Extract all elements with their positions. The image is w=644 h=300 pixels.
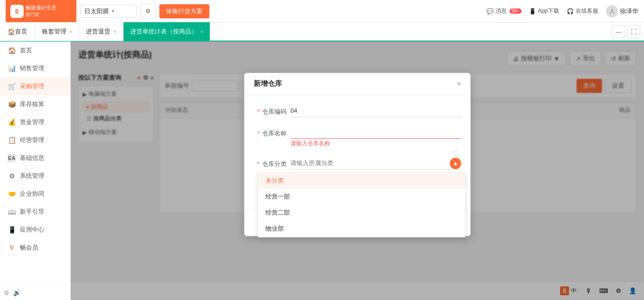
inventory-icon: 📦	[8, 100, 16, 108]
message-group[interactable]: 💬 消息 99+	[487, 7, 521, 15]
tab-purchase-stats-label: 进货单统计表（按商品）	[130, 27, 198, 36]
dropdown-option-dept2[interactable]: 经营二部	[258, 205, 465, 221]
sidebar-operations-label: 经营管理	[20, 136, 44, 144]
avatar: 人	[606, 5, 618, 17]
top-bar: 6 畅捷通好生意 捷巧版 日太阳膜 ▼ ⚙ 体验行业方案 💬 消息 99+ 📱 …	[0, 0, 644, 23]
modal-body: * 仓库编码 * 仓库名称 请输入仓库名称	[244, 95, 471, 210]
app-download-label: App下载	[538, 7, 559, 15]
dropdown-option-dept1[interactable]: 经营一部	[258, 189, 465, 205]
modal-header: 新增仓库 ×	[244, 73, 471, 95]
logo-title: 畅捷通好生意	[25, 4, 57, 11]
gear-button[interactable]: ⚙	[140, 4, 156, 19]
new-warehouse-modal: 新增仓库 × * 仓库编码 *	[244, 73, 471, 236]
purchase-icon: 🛒	[8, 82, 16, 91]
tab-home[interactable]: 🏠 首页	[0, 22, 35, 41]
sidebar-home-label: 首页	[20, 46, 32, 55]
vip-icon: V	[8, 243, 16, 252]
sidebar-item-vip[interactable]: V 畅会员	[0, 239, 70, 257]
sidebar-vip-label: 畅会员	[20, 243, 38, 252]
dropdown-option-property[interactable]: 物业部	[258, 221, 465, 237]
trial-button[interactable]: 体验行业方案	[159, 4, 209, 18]
tab-purchase-stats[interactable]: 进货单统计表（按商品） ×	[124, 22, 210, 41]
home-icon: 🏠	[8, 46, 16, 55]
top-bar-right: 💬 消息 99+ 📱 App下载 🎧 在线客服 人 徐泽华	[487, 5, 638, 17]
message-label: 消息	[495, 7, 507, 15]
store-name: 日太阳膜	[84, 7, 109, 16]
sidebar-item-purchase[interactable]: 🛒 采购管理	[0, 77, 70, 95]
category-label: * 仓库分类	[254, 157, 287, 168]
sidebar-purchase-label: 采购管理	[20, 82, 44, 91]
username: 徐泽华	[620, 7, 638, 16]
dropdown-option-unclassified[interactable]: 未分类	[258, 173, 465, 189]
sidebar-cooperation-label: 企业协同	[20, 190, 44, 198]
modal-title: 新增仓库	[254, 79, 282, 88]
guide-icon: 📖	[8, 208, 16, 216]
tab-accounts[interactable]: 账套管理 ×	[35, 22, 79, 41]
sidebar-bottom: ⚙ 🔊	[0, 285, 70, 300]
warehouse-name-input[interactable]	[290, 126, 461, 139]
sidebar-item-inventory[interactable]: 📦 库存核算	[0, 95, 70, 113]
logo-area: 6 畅捷通好生意 捷巧版	[6, 0, 76, 23]
sidebar-system-label: 系统管理	[20, 172, 44, 180]
online-service-group[interactable]: 🎧 在线客服	[567, 7, 598, 15]
sidebar-item-finance[interactable]: 💰 资金管理	[0, 113, 70, 131]
content-area: 进货单统计(按商品) 🖨 按模板打印 ▼ ↗ 导出 ↺	[71, 42, 644, 300]
form-row-name: * 仓库名称 请输入仓库名称	[254, 126, 461, 148]
code-label: * 仓库编码	[254, 105, 287, 116]
tab-purchase-return-close[interactable]: ×	[113, 29, 116, 34]
sidebar-app-label: 应用中心	[20, 225, 44, 234]
basic-info-icon: EA	[8, 154, 16, 162]
tab-purchase-return[interactable]: 进货退货 ×	[79, 22, 123, 41]
online-service-label: 在线客服	[576, 7, 598, 15]
category-input[interactable]	[290, 157, 450, 169]
dropdown-arrow-button[interactable]: ▲	[450, 158, 461, 169]
warehouse-code-input[interactable]	[290, 105, 461, 117]
sidebar-item-basic-info[interactable]: EA 基础信息	[0, 149, 70, 167]
sidebar-item-sales[interactable]: 📊 销售管理	[0, 59, 70, 77]
chevron-down-icon: ▼	[111, 8, 116, 14]
sidebar-item-home[interactable]: 🏠 首页	[0, 42, 70, 59]
notification-badge: 99+	[510, 8, 521, 14]
tab-expand-button[interactable]: ⛶	[627, 25, 640, 38]
user-area[interactable]: 人 徐泽华	[606, 5, 638, 17]
tab-accounts-close[interactable]: ×	[69, 29, 72, 34]
modal-close-button[interactable]: ×	[457, 80, 461, 88]
sidebar-item-guide[interactable]: 📖 新手引导	[0, 203, 70, 221]
main-layout: 🏠 首页 📊 销售管理 🛒 采购管理 📦 库存核算 💰 资金管理 📋 经营管理 …	[0, 42, 644, 300]
message-icon: 💬	[487, 8, 494, 15]
tab-purchase-stats-close[interactable]: ×	[200, 29, 203, 34]
sidebar-guide-label: 新手引导	[20, 208, 44, 216]
app-icon: 📱	[8, 225, 16, 234]
finance-icon: 💰	[8, 118, 16, 126]
sidebar-sales-label: 销售管理	[20, 64, 44, 73]
sidebar-basic-info-label: 基础信息	[20, 154, 44, 162]
sidebar-volume-icon[interactable]: 🔊	[13, 289, 21, 296]
sidebar-inventory-label: 库存核算	[20, 100, 44, 108]
tab-home-label: 首页	[15, 27, 27, 36]
category-dropdown: ▲ 未分类 经营一部 经营二部	[290, 157, 461, 169]
sales-icon: 📊	[8, 64, 16, 73]
operations-icon: 📋	[8, 136, 16, 144]
sidebar-settings-icon[interactable]: ⚙	[4, 289, 9, 296]
app-download-group[interactable]: 📱 App下载	[529, 7, 559, 15]
form-row-category: * 仓库分类 ▲ 未分类	[254, 157, 461, 169]
home-icon: 🏠	[8, 28, 15, 35]
headset-icon: 🎧	[567, 8, 574, 15]
sidebar-item-cooperation[interactable]: 🤝 企业协同	[0, 185, 70, 203]
tab-minimize-button[interactable]: —	[612, 25, 625, 38]
warehouse-name-error: 请输入仓库名称	[290, 140, 461, 148]
tab-bar-actions: — ⛶	[612, 25, 644, 38]
sidebar-item-operations[interactable]: 📋 经营管理	[0, 131, 70, 149]
sidebar-finance-label: 资金管理	[20, 118, 44, 126]
cooperation-icon: 🤝	[8, 190, 16, 198]
system-icon: ⚙	[8, 172, 16, 180]
sidebar-item-system[interactable]: ⚙ 系统管理	[0, 167, 70, 185]
store-selector[interactable]: 日太阳膜 ▼	[80, 5, 137, 18]
logo-sub: 捷巧版	[25, 11, 57, 18]
tab-accounts-label: 账套管理	[42, 27, 66, 36]
name-label: * 仓库名称	[254, 126, 287, 138]
gear-icon: ⚙	[145, 8, 151, 15]
form-row-code: * 仓库编码	[254, 105, 461, 117]
sidebar-item-app[interactable]: 📱 应用中心	[0, 221, 70, 239]
tab-purchase-return-label: 进货退货	[86, 27, 110, 36]
